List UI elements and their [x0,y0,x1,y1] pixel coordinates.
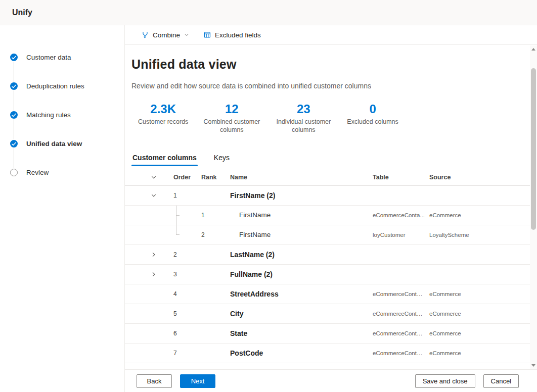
table-row[interactable]: 2FirstNameloyCustomerLoyaltyScheme [125,225,530,245]
stat: 2.3KCustomer records [138,102,188,134]
column-header-order[interactable]: Order [173,174,201,181]
excluded-fields-label: Excluded fields [215,31,261,39]
order-cell [173,225,201,244]
rank-cell: 1 [201,212,230,219]
step-check-icon [10,54,18,61]
table-row[interactable]: 7PostCodeeCommerceContactseCommerce [125,344,530,363]
app-window: Unify Customer dataDeduplication rulesMa… [0,0,537,392]
table-header-row: Order Rank Name Table Source [125,169,530,186]
name-cell: State [230,329,373,337]
chevron-right-icon[interactable] [151,271,157,277]
source-cell: LoyaltyScheme [429,232,530,238]
save-and-close-button[interactable]: Save and close [415,374,475,388]
page-title: Unified data view [131,57,530,72]
columns-table: Order Rank Name Table Source 1FirstName … [125,169,530,363]
name-cell: PostCode [230,349,373,357]
table-cell: eCommerceContacts [373,291,429,297]
excluded-fields-button[interactable]: Excluded fields [203,31,261,39]
step-label: Customer data [26,54,71,61]
cancel-button[interactable]: Cancel [483,374,519,388]
table-row[interactable]: 5CityeCommerceContactseCommerce [125,304,530,324]
source-cell: eCommerce [429,350,530,356]
name-cell: StreetAddress [230,290,373,298]
tab-keys[interactable]: Keys [213,154,231,166]
sidebar-step-review[interactable]: Review [0,158,124,187]
tab-customer-columns[interactable]: Customer columns [131,154,198,166]
table-row[interactable]: 3FullName (2) [125,265,530,284]
order-cell: 6 [173,324,201,343]
column-header-rank[interactable]: Rank [201,174,230,181]
step-label: Unified data view [26,140,82,148]
tab-label: Keys [214,154,230,162]
step-circle-icon [10,169,18,176]
name-cell: FirstName [230,231,373,238]
app-header: Unify [0,0,537,25]
table-row[interactable]: 2LastName (2) [125,245,530,265]
scrollbar-thumb[interactable] [531,68,536,230]
name-cell: City [230,310,373,318]
step-check-icon [10,140,18,148]
sidebar-step-unified-data-view[interactable]: Unified data view [0,129,124,158]
table-row[interactable]: 1FirstName (2) [125,186,530,206]
step-check-icon [10,111,18,119]
combine-button[interactable]: Combine [141,31,189,39]
column-header-name[interactable]: Name [230,174,373,181]
source-cell: eCommerce [429,311,530,317]
stat-label: Combined customer columns [203,118,260,134]
order-cell: 2 [173,245,201,264]
stats-row: 2.3KCustomer records12Combined customer … [138,102,530,134]
chevron-down-icon [184,32,189,37]
scroll-down-icon [531,364,535,367]
column-header-table[interactable]: Table [373,174,429,181]
tree-connector [176,225,180,235]
app-title: Unify [12,8,32,17]
main-panel: Combine Excluded fields Unified data vie… [125,25,537,392]
stat-label: Individual customer columns [275,118,332,134]
order-cell: 5 [173,304,201,323]
chevron-right-icon[interactable] [151,252,157,258]
name-cell: FirstName (2) [230,191,373,200]
combine-icon [141,31,149,39]
toolbar: Combine Excluded fields [125,25,537,45]
table-cell: eCommerceConta... [373,212,429,218]
stat-value: 23 [275,102,332,116]
table-cell: eCommerceContacts [373,330,429,336]
order-cell: 3 [173,265,201,284]
toggle-cell [125,271,173,277]
chevron-down-icon[interactable] [151,192,157,199]
wizard-sidebar: Customer dataDeduplication rulesMatching… [0,25,125,392]
tree-connector [176,206,180,225]
name-cell: LastName (2) [230,251,373,259]
toggle-cell [125,192,173,199]
stat: 12Combined customer columns [203,102,260,134]
step-check-icon [10,82,18,90]
sidebar-step-customer-data[interactable]: Customer data [0,43,124,72]
collapse-all-cell [125,174,173,180]
stat: 23Individual customer columns [275,102,332,134]
table-row[interactable]: 4StreetAddresseCommerceContactseCommerce [125,284,530,304]
stat-label: Excluded columns [347,118,398,126]
sidebar-step-matching-rules[interactable]: Matching rules [0,101,124,129]
stepper: Customer dataDeduplication rulesMatching… [0,43,124,187]
chevron-down-icon[interactable] [151,174,157,180]
scroll-up-button[interactable] [530,45,537,53]
order-cell: 7 [173,344,201,363]
combine-label: Combine [153,31,180,39]
content-area: Unified data view Review and edit how so… [125,45,537,369]
scroll-down-button[interactable] [530,362,537,369]
stat-value: 12 [203,102,260,116]
step-label: Review [26,169,49,176]
toggle-cell [125,252,173,258]
table-cell: eCommerceContacts [373,350,429,356]
column-header-source[interactable]: Source [429,174,530,181]
table-row[interactable]: 6StateeCommerceContactseCommerce [125,324,530,344]
source-cell: eCommerce [429,212,530,218]
excluded-fields-icon [203,31,211,39]
sidebar-step-deduplication-rules[interactable]: Deduplication rules [0,72,124,101]
table-row[interactable]: 1FirstNameeCommerceConta...eCommerce [125,206,530,225]
vertical-scrollbar[interactable] [530,45,537,369]
stat-value: 0 [347,102,398,116]
next-button[interactable]: Next [180,374,215,388]
order-cell: 4 [173,284,201,304]
back-button[interactable]: Back [137,374,172,388]
